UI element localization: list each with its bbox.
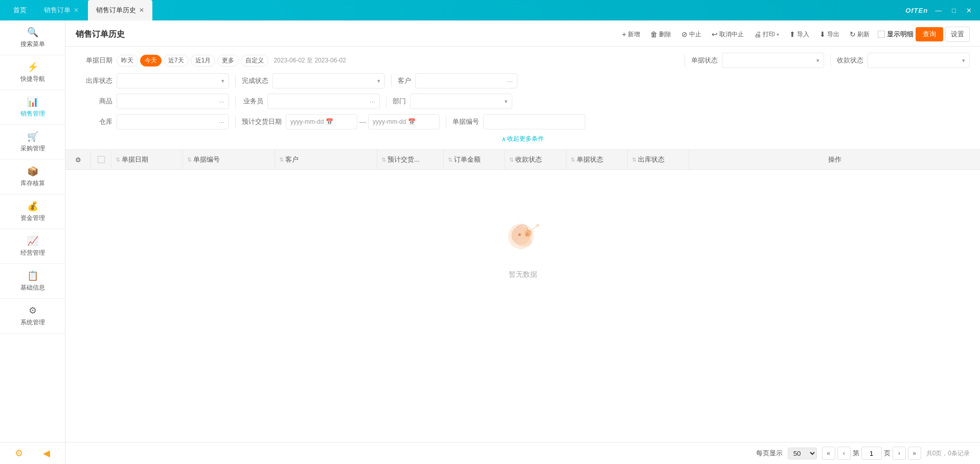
footer: 每页显示 50 10 20 100 « ‹ 第 页 › » 共0页，0条记录 — [65, 442, 980, 464]
warehouse-input[interactable]: ··· — [117, 114, 229, 129]
sidebar-item-purchase[interactable]: 🛒 采购管理 — [0, 125, 65, 160]
expected-date-start[interactable]: yyyy-mm-dd 📅 — [286, 114, 357, 129]
date-btn-1month[interactable]: 近1月 — [191, 55, 216, 67]
date-btn-7days[interactable]: 近7天 — [164, 55, 189, 67]
date-dash: — — [357, 118, 368, 126]
prev-page-btn[interactable]: ‹ — [837, 447, 851, 460]
payment-status-select[interactable]: ▾ — [868, 53, 970, 68]
payment-status-arrow: ▾ — [962, 57, 965, 64]
tab-sales-history-close[interactable]: ✕ — [139, 7, 144, 14]
sidebar-item-inventory[interactable]: 📦 库存核算 — [0, 160, 65, 194]
expected-date-end-text: yyyy-mm-dd — [373, 118, 406, 125]
import-button[interactable]: ⬆ 导入 — [785, 28, 813, 41]
maximize-btn[interactable]: □ — [949, 7, 959, 14]
sidebar-item-quicknav[interactable]: ⚡ 快捷导航 — [0, 55, 65, 90]
th-date[interactable]: ⇅ 单据日期 — [111, 150, 183, 169]
query-label: 查询 — [923, 30, 936, 39]
print-button[interactable]: 🖨 打印 ▾ — [750, 28, 783, 41]
cancel-stop-label: 取消中止 — [719, 30, 744, 39]
tab-sales-history[interactable]: 销售订单历史 ✕ — [88, 0, 152, 20]
stop-button[interactable]: ⊘ 中止 — [677, 28, 705, 41]
print-arrow: ▾ — [777, 32, 779, 37]
inventory-icon: 📦 — [27, 166, 38, 177]
minimize-btn[interactable]: — — [932, 7, 945, 14]
th-pay-status[interactable]: ⇅ 收款状态 — [505, 150, 566, 169]
th-pay-label: 收款状态 — [515, 155, 542, 164]
tab-home-label: 首页 — [13, 6, 27, 15]
out-status-arrow: ▾ — [221, 78, 224, 84]
th-customer[interactable]: ⇅ 客户 — [275, 150, 377, 169]
settings-label: 设置 — [951, 30, 964, 39]
last-page-btn[interactable]: » — [908, 447, 921, 460]
th-settings[interactable]: ⚙ — [65, 151, 91, 169]
query-button[interactable]: 查询 — [916, 27, 943, 41]
refresh-button[interactable]: ↻ 刷新 — [846, 28, 874, 41]
cancel-stop-button[interactable]: ↩ 取消中止 — [708, 28, 748, 41]
complete-status-select[interactable]: ▾ — [272, 73, 385, 89]
print-label: 打印 — [763, 30, 775, 39]
customer-ellipsis[interactable]: ··· — [507, 77, 513, 85]
tab-sales-order-close[interactable]: ✕ — [74, 7, 79, 14]
export-icon: ⬇ — [819, 30, 826, 38]
goods-ellipsis[interactable]: ··· — [219, 98, 224, 105]
filter-row-2: 出库状态 ▾ 完成状态 ▾ 客户 ··· — [76, 73, 970, 89]
th-delivery[interactable]: ⇅ 预计交货... — [377, 150, 444, 169]
salesperson-input[interactable]: ··· — [267, 94, 380, 109]
sidebar-item-sales[interactable]: 📊 销售管理 — [0, 90, 65, 125]
th-amount[interactable]: ⇅ 订单金额 — [444, 150, 505, 169]
tab-sales-order[interactable]: 销售订单 ✕ — [36, 0, 87, 20]
th-out-status[interactable]: ⇅ 出库状态 — [628, 150, 689, 169]
date-btn-more[interactable]: 更多 — [217, 55, 239, 67]
calendar-start-icon: 📅 — [326, 118, 333, 125]
date-btn-today[interactable]: 今天 — [140, 55, 162, 67]
warehouse-ellipsis[interactable]: ··· — [219, 118, 224, 126]
close-btn[interactable]: ✕ — [963, 7, 975, 14]
sidebar-item-search[interactable]: 🔍 搜索菜单 — [0, 20, 65, 55]
system-icon: ⚙ — [29, 305, 37, 316]
calendar-end-icon: 📅 — [408, 118, 416, 125]
tab-sales-order-label: 销售订单 — [44, 6, 71, 15]
filter-row-1: 单据日期 昨天 今天 近7天 近1月 更多 自定义 2023-06-02 至 2… — [76, 53, 970, 68]
settings-bottom-icon[interactable]: ⚙ — [15, 448, 23, 459]
customer-input[interactable]: ··· — [415, 73, 517, 89]
page-size-select[interactable]: 50 10 20 100 — [788, 448, 817, 459]
divider-1 — [685, 54, 685, 67]
stop-icon: ⊘ — [681, 30, 688, 38]
add-button[interactable]: + 新增 — [618, 28, 644, 41]
tab-home[interactable]: 首页 — [5, 0, 35, 20]
th-num[interactable]: ⇅ 单据编号 — [183, 150, 275, 169]
th-action-label: 操作 — [828, 155, 841, 164]
out-status-label: 出库状态 — [76, 76, 117, 85]
out-status-select[interactable]: ▾ — [117, 73, 229, 89]
first-page-btn[interactable]: « — [822, 447, 835, 460]
sort-delivery-icon: ⇅ — [381, 157, 386, 163]
sidebar-item-finance[interactable]: 💰 资金管理 — [0, 194, 65, 229]
sidebar-item-system[interactable]: ⚙ 系统管理 — [0, 299, 65, 334]
expected-date-end[interactable]: yyyy-mm-dd 📅 — [368, 114, 440, 129]
th-order-status[interactable]: ⇅ 单据状态 — [566, 150, 628, 169]
sidebar-item-basic[interactable]: 📋 基础信息 — [0, 264, 65, 299]
export-button[interactable]: ⬇ 导出 — [815, 28, 844, 41]
date-btn-custom[interactable]: 自定义 — [241, 55, 268, 67]
delete-button[interactable]: 🗑 删除 — [646, 28, 675, 41]
print-icon: 🖨 — [754, 30, 761, 38]
sidebar-item-operations[interactable]: 📈 经营管理 — [0, 229, 65, 264]
expected-date-label: 预计交货日期 — [242, 117, 286, 126]
next-page-btn[interactable]: › — [893, 447, 906, 460]
date-btn-yesterday[interactable]: 昨天 — [117, 55, 138, 67]
salesperson-ellipsis[interactable]: ··· — [370, 98, 375, 105]
header-checkbox[interactable] — [98, 156, 105, 163]
display-toggle-checkbox[interactable] — [878, 31, 885, 38]
order-status-select[interactable]: ▾ — [722, 53, 824, 68]
quicknav-icon: ⚡ — [27, 61, 38, 73]
docnum-input[interactable] — [483, 114, 585, 129]
collapse-btn[interactable]: ∧ 收起更多条件 — [502, 135, 544, 143]
dept-select[interactable]: ▾ — [410, 94, 512, 109]
goods-input[interactable]: ··· — [117, 94, 229, 109]
delete-icon: 🗑 — [650, 30, 657, 38]
page-number-input[interactable] — [861, 447, 882, 460]
sidebar-system-label: 系统管理 — [20, 318, 45, 327]
th-check[interactable] — [91, 151, 111, 168]
settings-button[interactable]: 设置 — [945, 27, 970, 42]
collapse-sidebar-icon[interactable]: ◀ — [43, 448, 50, 459]
